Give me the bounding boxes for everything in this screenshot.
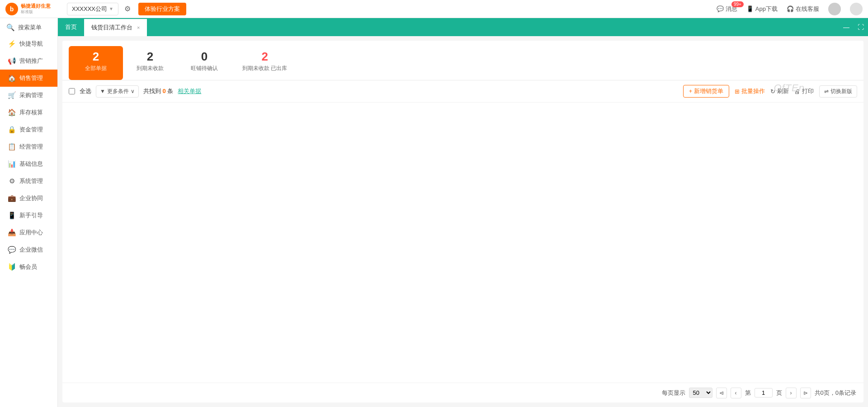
tab-close-icon[interactable]: × <box>137 25 140 30</box>
tab-home[interactable]: 首页 <box>58 18 84 36</box>
page-number-input[interactable] <box>755 388 773 398</box>
sidebar-item-operation[interactable]: 📋 经营管理 <box>0 138 57 155</box>
more-filter-button[interactable]: ▼ 更多条件 ∨ <box>96 85 139 98</box>
sidebar-item-basic-info[interactable]: 📊 基础信息 <box>0 155 57 173</box>
batch-icon: ⊞ <box>735 88 740 95</box>
beginner-icon: 📱 <box>8 211 16 220</box>
sidebar-item-member[interactable]: 🔰 畅会员 <box>0 258 57 276</box>
member-icon: 🔰 <box>8 263 16 271</box>
sidebar-menu: 🔍 搜索菜单 ⚡ 快捷导航 📢 营销推广 🏠 销售管理 🛒 采购管理 🏠 库存核… <box>0 18 57 407</box>
sidebar-purchase-label: 采购管理 <box>19 91 43 99</box>
content-inner: 2 全部单据 2 到期未收款 0 旺铺待确认 2 到期未收款 已出库 <box>62 41 863 402</box>
company-dropdown-chevron: ▼ <box>109 6 113 11</box>
page-next-button[interactable]: › <box>786 388 797 398</box>
switch-label: 切换新版 <box>830 88 852 95</box>
sidebar-quick-nav-label: 快捷导航 <box>19 40 43 48</box>
messages-button[interactable]: 💬 消息 99+ <box>717 5 737 13</box>
page-size-select[interactable]: 50 20 100 <box>689 388 712 398</box>
sidebar-item-enterprise[interactable]: 💼 企业协同 <box>0 190 57 207</box>
sidebar-item-marketing[interactable]: 📢 营销推广 <box>0 52 57 70</box>
page-last-button[interactable]: ⊳ <box>800 388 811 398</box>
app-download-label: App下载 <box>755 5 778 13</box>
refresh-button[interactable]: ↻ 刷新 <box>770 87 789 95</box>
summary-card-overdue[interactable]: 2 到期未收款 <box>123 46 177 80</box>
related-link[interactable]: 相关单据 <box>178 87 201 95</box>
marketing-icon: 📢 <box>8 57 16 65</box>
tab-work-bench[interactable]: 钱货日清工作台 × <box>84 18 147 36</box>
settings-button[interactable]: ⚙ <box>121 3 134 15</box>
tab-work-bench-label: 钱货日清工作台 <box>91 23 132 32</box>
tab-maximize-button[interactable]: ⛶ <box>854 18 868 36</box>
sidebar-wechat-label: 企业微信 <box>19 246 43 254</box>
logo-area: b 畅捷通好生意 标准版 <box>5 3 63 15</box>
online-service-button[interactable]: 🎧 在线客服 <box>787 5 819 13</box>
sidebar-item-app-center[interactable]: 📥 应用中心 <box>0 224 57 241</box>
sidebar-beginner-label: 新手引导 <box>19 211 43 220</box>
summary-card-pending[interactable]: 0 旺铺待确认 <box>177 46 231 80</box>
summary-all-label: 全部单据 <box>78 65 114 72</box>
sidebar-sales-label: 销售管理 <box>19 74 43 82</box>
header-right: 💬 消息 99+ 📱 App下载 🎧 在线客服 <box>717 3 863 15</box>
sidebar-item-finance[interactable]: 🔒 资金管理 <box>0 121 57 138</box>
summary-card-all[interactable]: 2 全部单据 <box>69 46 123 80</box>
summary-overdue-label: 到期未收款 <box>134 65 166 72</box>
trial-button[interactable]: 体验行业方案 <box>138 3 186 15</box>
found-text: 共找到 0 条 <box>143 87 173 95</box>
switch-version-button[interactable]: ⇌ 切换新版 <box>819 85 857 98</box>
company-selector[interactable]: XXXXXX公司 ▼ <box>67 3 118 15</box>
app-name: 畅捷通好生意 <box>21 3 51 9</box>
download-icon: 📱 <box>746 5 754 12</box>
tab-minimize-button[interactable]: — <box>839 18 854 36</box>
page-prev-button[interactable]: ‹ <box>731 388 741 398</box>
sidebar-item-beginner[interactable]: 📱 新手引导 <box>0 207 57 224</box>
service-icon: 🎧 <box>787 5 794 12</box>
app-center-icon: 📥 <box>8 229 16 237</box>
summary-cards: 2 全部单据 2 到期未收款 0 旺铺待确认 2 到期未收款 已出库 <box>62 41 863 80</box>
wechat-icon: 💬 <box>8 246 16 254</box>
summary-pending-num: 0 <box>188 50 221 64</box>
system-icon: ⚙ <box>8 177 16 185</box>
sidebar-app-center-label: 应用中心 <box>19 229 43 237</box>
sidebar-item-quick-nav[interactable]: ⚡ 快捷导航 <box>0 35 57 52</box>
summary-card-shipped[interactable]: 2 到期未收款 已出库 <box>231 46 298 80</box>
batch-operation-button[interactable]: ⊞ 批量操作 <box>735 87 765 95</box>
sidebar-basic-info-label: 基础信息 <box>19 160 43 168</box>
filter-btn-label: 更多条件 <box>107 88 129 95</box>
page-unit: 页 <box>776 389 782 397</box>
tab-home-label: 首页 <box>65 23 77 31</box>
sidebar: b 畅捷通好生意 标准版 🔍 搜索菜单 ⚡ 快捷导航 📢 营销推广 🏠 销售管理… <box>0 0 58 407</box>
main-content: 2 全部单据 2 到期未收款 0 旺铺待确认 2 到期未收款 已出库 <box>58 36 868 407</box>
toolbar: 全选 ▼ 更多条件 ∨ 共找到 0 条 相关单据 + 新增销货单 ⊞ 批量操作 <box>62 80 863 103</box>
app-version: 标准版 <box>21 9 51 15</box>
sidebar-item-inventory[interactable]: 🏠 库存核算 <box>0 104 57 121</box>
sidebar-operation-label: 经营管理 <box>19 143 43 151</box>
refresh-label: 刷新 <box>777 87 789 95</box>
user-avatar-2[interactable] <box>850 3 863 15</box>
page-first-button[interactable]: ⊲ <box>716 388 727 398</box>
page-size-label: 每页显示 <box>662 389 685 397</box>
sidebar-item-system[interactable]: ⚙ 系统管理 <box>0 173 57 190</box>
purchase-icon: 🛒 <box>8 91 16 99</box>
basic-info-icon: 📊 <box>8 160 16 168</box>
user-avatar[interactable] <box>828 3 841 15</box>
online-service-label: 在线客服 <box>796 5 819 13</box>
sidebar-item-sales[interactable]: 🏠 销售管理 <box>0 70 57 87</box>
sidebar-marketing-label: 营销推广 <box>19 57 43 65</box>
new-order-button[interactable]: + 新增销货单 <box>683 85 729 98</box>
print-button[interactable]: 🖨 打印 <box>794 87 814 95</box>
sidebar-system-label: 系统管理 <box>19 177 43 185</box>
toolbar-left: 全选 ▼ 更多条件 ∨ 共找到 0 条 相关单据 <box>69 85 201 98</box>
sidebar-item-purchase[interactable]: 🛒 采购管理 <box>0 87 57 104</box>
sidebar-member-label: 畅会员 <box>19 263 37 271</box>
total-text: 共0页，0条记录 <box>815 389 856 397</box>
refresh-icon: ↻ <box>770 88 775 95</box>
select-all-checkbox[interactable] <box>69 88 75 94</box>
messages-badge: 99+ <box>731 1 744 7</box>
sidebar-item-search[interactable]: 🔍 搜索菜单 <box>0 20 57 35</box>
app-download-button[interactable]: 📱 App下载 <box>746 5 778 13</box>
sidebar-finance-label: 资金管理 <box>19 126 43 134</box>
sidebar-item-wechat[interactable]: 💬 企业微信 <box>0 241 57 258</box>
sidebar-search-label: 搜索菜单 <box>18 23 42 32</box>
finance-icon: 🔒 <box>8 126 16 134</box>
toolbar-right: + 新增销货单 ⊞ 批量操作 ↻ 刷新 🖨 打印 ⇌ 切换新版 <box>683 85 857 98</box>
